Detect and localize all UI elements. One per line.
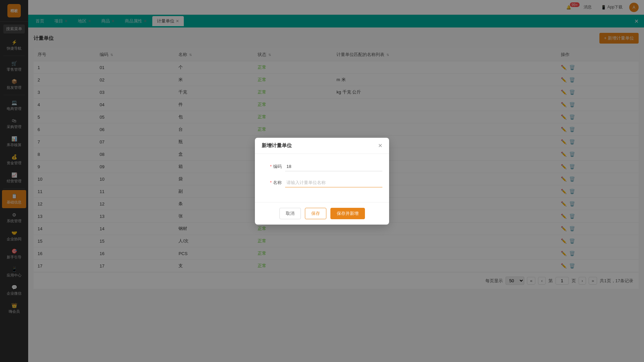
code-input[interactable]	[285, 162, 382, 171]
name-input[interactable]	[285, 178, 382, 187]
name-label: *名称	[262, 180, 282, 186]
save-and-new-button[interactable]: 保存并新增	[330, 208, 365, 219]
modal-close-button[interactable]: ✕	[378, 142, 382, 149]
required-star-code: *	[270, 164, 272, 169]
required-star-name: *	[270, 180, 272, 185]
modal-body: *编码 *名称	[255, 154, 389, 202]
modal-footer: 取消 保存 保存并新增	[255, 202, 389, 225]
add-unit-modal: 新增计量单位 ✕ *编码 *名称 取消 保存 保存并新增	[255, 138, 389, 225]
form-row-code: *编码	[262, 162, 382, 171]
save-button[interactable]: 保存	[305, 208, 326, 219]
modal-header: 新增计量单位 ✕	[255, 138, 389, 154]
cancel-button[interactable]: 取消	[279, 208, 301, 219]
form-row-name: *名称	[262, 178, 382, 187]
code-label: *编码	[262, 164, 282, 170]
modal-overlay: 新增计量单位 ✕ *编码 *名称 取消 保存 保存并新增	[0, 0, 644, 362]
modal-title: 新增计量单位	[262, 142, 292, 149]
